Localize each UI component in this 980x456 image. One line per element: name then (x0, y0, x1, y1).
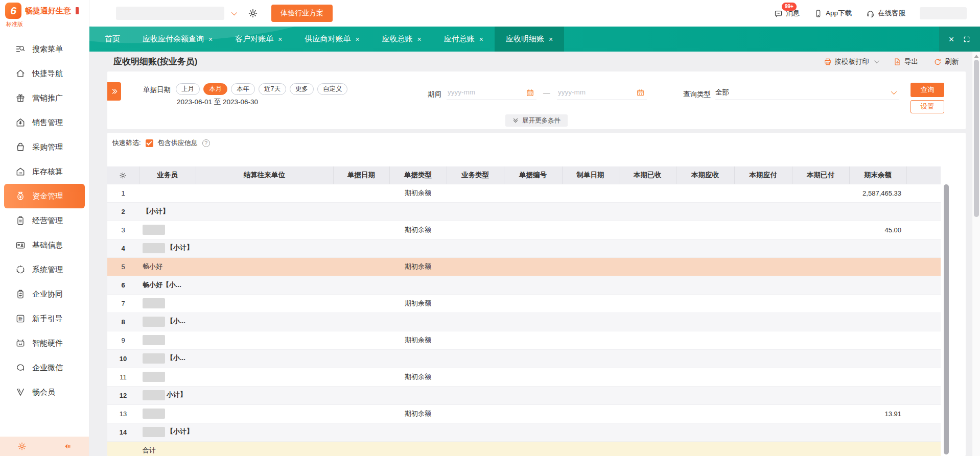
sidebar-item-快捷导航[interactable]: 快捷导航 (4, 61, 85, 86)
table-row[interactable]: 1期初余额2,587,465.33 (107, 184, 941, 202)
query-button[interactable]: 查询 (911, 83, 944, 97)
sidebar-item-资金管理[interactable]: 资金管理 (4, 184, 85, 208)
fullscreen-icon[interactable] (963, 36, 970, 43)
table-row[interactable]: 3期初余额45.00 (107, 221, 941, 239)
app-download-button[interactable]: App下载 (814, 9, 852, 18)
column-header-单据日期[interactable]: 单据日期 (333, 166, 389, 184)
column-header-单据编号[interactable]: 单据编号 (504, 166, 562, 184)
tab-应收应付余额查询[interactable]: 应收应付余额查询 × (131, 27, 224, 52)
company-name-redacted[interactable] (116, 7, 224, 20)
tab-应收明细账[interactable]: 应收明细账 × (495, 27, 564, 52)
sidebar-item-库存核算[interactable]: 库存核算 (4, 159, 85, 184)
column-header-本期已付[interactable]: 本期已付 (792, 166, 849, 184)
table-row[interactable]: 4【小计】 (107, 239, 941, 257)
table-row[interactable]: 12小计】 (107, 386, 941, 404)
date-pill-更多[interactable]: 更多 (290, 83, 314, 95)
calendar-icon[interactable] (636, 88, 645, 97)
collapse-sidebar-icon[interactable] (62, 442, 72, 451)
page-scrollbar[interactable] (972, 52, 980, 456)
close-tab-icon[interactable]: × (549, 36, 553, 43)
table-row[interactable]: 9期初余额 (107, 331, 941, 349)
settings-button[interactable]: 设置 (911, 100, 944, 113)
tab-首页[interactable]: 首页 (94, 27, 131, 52)
print-by-template-button[interactable]: 按模板打印 (824, 57, 878, 66)
column-header-本期已收[interactable]: 本期已收 (619, 166, 676, 184)
expand-more-label: 展开更多条件 (522, 116, 561, 125)
sidebar-item-搜索菜单[interactable]: 搜索菜单 (4, 37, 85, 61)
ending-balance-cell (849, 368, 906, 386)
table-row[interactable]: 10【小... (107, 349, 941, 368)
date-pill-近7天[interactable]: 近7天 (259, 83, 286, 95)
date-pill-本年[interactable]: 本年 (231, 83, 255, 95)
close-tab-icon[interactable]: × (278, 36, 282, 43)
experience-solution-button[interactable]: 体验行业方案 (271, 5, 333, 22)
column-header-业务员[interactable]: 业务员 (139, 166, 196, 184)
table-row[interactable]: 8【小... (107, 313, 941, 331)
tab-应收总账[interactable]: 应收总账 × (371, 27, 433, 52)
date-pill-上月[interactable]: 上月 (176, 83, 200, 95)
row-number: 13 (107, 404, 139, 423)
close-tab-icon[interactable]: × (208, 36, 213, 43)
table-vertical-scrollbar[interactable] (944, 184, 949, 454)
sidebar-item-销售管理[interactable]: 销售管理 (4, 110, 85, 135)
column-header-结算往来单位[interactable]: 结算往来单位 (196, 166, 333, 184)
column-header-期末余额[interactable]: 期末余额 (849, 166, 906, 184)
date-pill-本月[interactable]: 本月 (203, 83, 227, 95)
total-row[interactable]: 合计 (107, 441, 941, 456)
wechat-icon (15, 363, 26, 373)
column-header-业务类型[interactable]: 业务类型 (447, 166, 504, 184)
period-to-input[interactable] (557, 85, 647, 100)
question-icon[interactable]: ? (202, 139, 210, 147)
sidebar-item-新手引导[interactable]: 新手引导 (4, 306, 85, 331)
table-row[interactable]: 11期初余额 (107, 368, 941, 386)
table-row[interactable]: 6畅小好【小... (107, 276, 941, 294)
date-range-value[interactable]: 2023-06-01 至 2023-06-30 (177, 98, 258, 107)
table-row[interactable]: 5畅小好期初余额 (107, 257, 941, 276)
column-header-本期应付[interactable]: 本期应付 (734, 166, 792, 184)
column-header-单据类型[interactable]: 单据类型 (389, 166, 447, 184)
expand-more-conditions-button[interactable]: 展开更多条件 (505, 114, 568, 127)
close-tab-icon[interactable]: × (355, 36, 359, 43)
doc-type-cell: 期初余额 (389, 257, 447, 276)
sidebar-item-label: 新手引导 (32, 314, 63, 324)
gear-icon[interactable] (17, 442, 27, 451)
sidebar-item-基础信息[interactable]: 基础信息 (4, 233, 85, 257)
sidebar-item-系统管理[interactable]: 系统管理 (4, 257, 85, 282)
gear-icon[interactable] (236, 8, 258, 18)
tab-供应商对账单[interactable]: 供应商对账单 × (293, 27, 370, 52)
tab-应付总账[interactable]: 应付总账 × (433, 27, 495, 52)
close-tab-icon[interactable]: × (479, 36, 483, 43)
tab-客户对账单[interactable]: 客户对账单 × (224, 27, 293, 52)
table-row[interactable]: 2【小计】 (107, 202, 941, 221)
online-support-button[interactable]: 在线客服 (866, 9, 905, 18)
export-button[interactable]: 导出 (893, 57, 918, 66)
scrollbar-thumb[interactable] (974, 60, 979, 217)
sidebar-item-智能硬件[interactable]: 智能硬件 (4, 331, 85, 355)
refresh-button[interactable]: 刷新 (934, 57, 959, 66)
row-number: 1 (107, 184, 139, 202)
sidebar-item-采购管理[interactable]: 采购管理 (4, 135, 85, 159)
column-header-本期应收[interactable]: 本期应收 (676, 166, 734, 184)
user-name-redacted[interactable] (920, 7, 967, 19)
table-row[interactable]: 13期初余额13.91 (107, 404, 941, 423)
calendar-icon[interactable] (526, 88, 534, 97)
include-supply-checkbox[interactable] (146, 139, 153, 147)
period-from-input[interactable] (447, 85, 536, 100)
sidebar-item-企业协同[interactable]: 企业协同 (4, 282, 85, 306)
query-type-select[interactable]: 全部 (715, 85, 899, 100)
table-row[interactable]: 14【小计】 (107, 423, 941, 441)
column-header-制单日期[interactable]: 制单日期 (562, 166, 619, 184)
messages-button[interactable]: 消息 99+ (774, 9, 800, 18)
ending-balance-cell (849, 313, 906, 331)
sidebar-item-经营管理[interactable]: 经营管理 (4, 208, 85, 233)
sidebar-item-畅会员[interactable]: 畅会员 (4, 380, 85, 404)
expand-filter-handle[interactable] (107, 82, 121, 101)
close-tab-icon[interactable]: × (417, 36, 422, 43)
sidebar-item-企业微信[interactable]: 企业微信 (4, 355, 85, 380)
table-row[interactable]: 7期初余额 (107, 294, 941, 313)
column-settings-header[interactable] (107, 166, 139, 184)
date-pill-自定义[interactable]: 自定义 (317, 83, 348, 95)
close-window-icon[interactable]: × (949, 35, 954, 44)
scroll-up-arrow-icon[interactable] (974, 55, 979, 58)
sidebar-item-营销推广[interactable]: 营销推广 (4, 86, 85, 110)
